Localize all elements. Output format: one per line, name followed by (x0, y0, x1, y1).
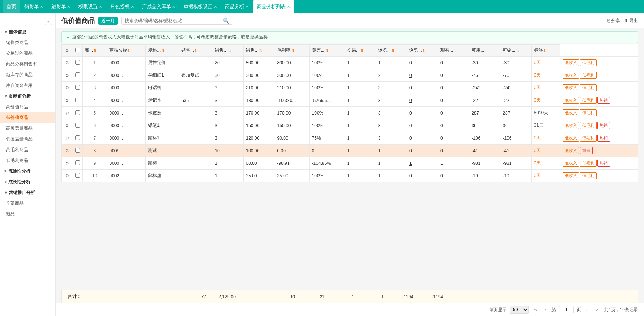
row-select-checkbox[interactable] (75, 148, 80, 153)
row-select-checkbox[interactable] (75, 72, 80, 77)
th-margin[interactable]: 毛利率⇅ (275, 45, 309, 57)
nav-product-inbound[interactable]: 产成品入库单✕ (138, 0, 179, 13)
view-count-link[interactable]: 0 (409, 111, 412, 116)
page-size-select[interactable]: 50 100 200 (510, 306, 529, 314)
sidebar-collapse-button[interactable]: « (45, 18, 52, 25)
row-select-checkbox[interactable] (75, 98, 80, 102)
search-input[interactable] (125, 18, 221, 23)
th-views1[interactable]: 浏览...⇅ (376, 45, 407, 57)
sidebar-group-growth[interactable]: >成长性分析 (0, 177, 55, 187)
row-select-checkbox[interactable] (75, 173, 80, 178)
prev-page-button[interactable]: ‹ (543, 306, 549, 313)
row-select-checkbox[interactable] (75, 160, 80, 165)
row-checkbox[interactable] (73, 145, 83, 157)
sidebar-group-overall[interactable]: ∨整体信息 (0, 27, 55, 37)
row-gear[interactable]: ⚙ (62, 94, 73, 107)
row-checkbox[interactable] (73, 107, 83, 119)
nav-close-icon[interactable]: ✕ (67, 4, 70, 9)
row-gear[interactable]: ⚙ (62, 170, 73, 182)
row-checkbox[interactable] (73, 119, 83, 132)
sidebar-item-sales-products[interactable]: 销售类商品 (0, 37, 55, 48)
sidebar-group-contribution[interactable]: ∨贡献值分析 (0, 91, 55, 102)
row-checkbox[interactable] (73, 69, 83, 82)
th-sales1[interactable]: 销售...⇅ (179, 45, 212, 57)
row-checkbox[interactable] (73, 170, 83, 182)
nav-sales-order[interactable]: 销货单✕ (21, 0, 47, 13)
page-number-input[interactable] (559, 306, 574, 313)
view-count-link[interactable]: 1 (409, 161, 412, 166)
next-page-button[interactable]: › (584, 306, 590, 313)
view-count-link[interactable]: 0 (409, 98, 412, 103)
sidebar-item-all-products[interactable]: 全部商品 (0, 198, 55, 209)
nav-close-icon[interactable]: ✕ (99, 4, 102, 9)
th-tags[interactable]: 标签⇅ (531, 45, 560, 57)
row-gear[interactable]: ⚙ (62, 82, 73, 94)
th-views2[interactable]: 浏览...⇅ (407, 45, 438, 57)
th-current-stock[interactable]: 现有...⇅ (438, 45, 469, 57)
row-gear[interactable]: ⚙ (62, 69, 73, 82)
select-all-checkbox[interactable] (75, 48, 80, 52)
sidebar-item-high-margin[interactable]: 高毛利商品 (0, 145, 55, 155)
view-count-link[interactable]: 0 (409, 148, 412, 153)
view-count-link[interactable]: 0 (409, 60, 412, 65)
nav-close-icon[interactable]: ✕ (172, 4, 175, 9)
th-spec[interactable]: 规格...⇅ (146, 45, 179, 57)
view-count-link[interactable]: 0 (409, 73, 412, 78)
sidebar-item-category-sales[interactable]: 商品分类销售率 (0, 59, 55, 69)
row-select-checkbox[interactable] (75, 60, 80, 65)
row-gear[interactable]: ⚙ (62, 132, 73, 145)
sidebar-group-marketing[interactable]: ∨营销推广分析 (0, 187, 55, 198)
row-gear[interactable]: ⚙ (62, 119, 73, 132)
th-checkbox[interactable] (73, 45, 83, 57)
row-checkbox[interactable] (73, 57, 83, 69)
sidebar-item-inventory-funds[interactable]: 库存资金占用 (0, 80, 55, 91)
nav-product-analysis-list[interactable]: 商品分析列表✕ (253, 0, 294, 13)
view-count-link[interactable]: 0 (409, 85, 412, 91)
row-gear[interactable]: ⚙ (62, 157, 73, 170)
sidebar-item-new-inventory[interactable]: 新库存的商品 (0, 69, 55, 80)
th-coverage[interactable]: 覆盖...⇅ (309, 45, 345, 57)
search-icon[interactable]: 🔍 (223, 18, 229, 24)
th-name[interactable]: 商品名称⇅ (107, 45, 146, 57)
nav-role-auth[interactable]: 角色授权✕ (107, 0, 138, 13)
row-checkbox[interactable] (73, 132, 83, 145)
sidebar-item-low-coverage[interactable]: 低覆盖量商品 (0, 134, 55, 145)
nav-close-icon[interactable]: ✕ (245, 4, 249, 9)
row-select-checkbox[interactable] (75, 110, 80, 115)
row-checkbox[interactable] (73, 94, 83, 107)
date-tag[interactable]: 近一月 (98, 17, 118, 25)
row-gear[interactable]: ⚙ (62, 107, 73, 119)
nav-home[interactable]: 首页 (3, 0, 20, 13)
sidebar-item-low-margin[interactable]: 低毛利商品 (0, 155, 55, 166)
first-page-button[interactable]: ⊲ (531, 306, 540, 313)
last-page-button[interactable]: ⊳ (593, 306, 601, 313)
nav-close-icon[interactable]: ✕ (131, 4, 134, 9)
th-sales3[interactable]: 销售...⇅ (244, 45, 275, 57)
share-button[interactable]: ⎘ 分享 (607, 18, 620, 24)
th-code[interactable]: 商...⇅ (83, 45, 107, 57)
sidebar-item-traded-products[interactable]: 交易过的商品 (0, 48, 55, 59)
row-select-checkbox[interactable] (75, 135, 80, 140)
view-count-link[interactable]: 0 (409, 173, 412, 179)
sidebar-item-high-value[interactable]: 高价值商品 (0, 102, 55, 112)
nav-close-icon[interactable]: ✕ (214, 4, 217, 9)
nav-close-icon[interactable]: ✕ (40, 4, 43, 9)
export-button[interactable]: ⬆ 导出 (624, 18, 638, 24)
th-transactions[interactable]: 交易...⇅ (345, 45, 376, 57)
row-select-checkbox[interactable] (75, 123, 80, 128)
nav-template-setting[interactable]: 单据模板设置✕ (180, 0, 221, 13)
sidebar-group-circulation[interactable]: >流通性分析 (0, 166, 55, 177)
th-available-stock[interactable]: 可用...⇅ (469, 45, 500, 57)
th-sales2[interactable]: 销售...⇅ (212, 45, 244, 57)
view-count-link[interactable]: 0 (409, 136, 412, 141)
nav-purchase[interactable]: 进货单✕ (48, 0, 74, 13)
sidebar-item-new-products[interactable]: 新品 (0, 209, 55, 220)
th-settings[interactable]: ⚙ (62, 45, 73, 57)
nav-permissions[interactable]: 权限设置✕ (75, 0, 106, 13)
row-gear[interactable]: ⚙ (62, 57, 73, 69)
row-select-checkbox[interactable] (75, 85, 80, 90)
view-count-link[interactable]: 0 (409, 123, 412, 128)
row-checkbox[interactable] (73, 157, 83, 170)
nav-close-icon[interactable]: ✕ (287, 4, 290, 9)
row-checkbox[interactable] (73, 82, 83, 94)
